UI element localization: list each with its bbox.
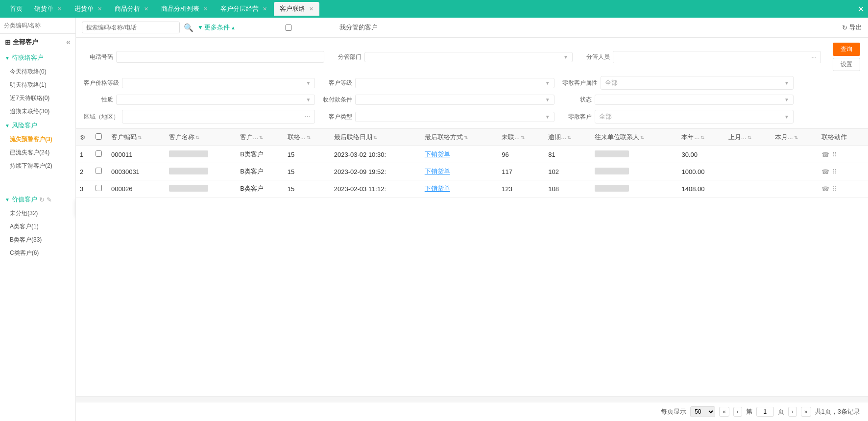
per-page-select[interactable]: 50 100 200 (690, 406, 715, 417)
zero-customer-select[interactable]: 全部 ▼ (595, 110, 794, 124)
sidebar-item-class-b[interactable]: B类客户(33) (0, 233, 75, 247)
person-select[interactable]: ··· (613, 51, 821, 63)
sidebar-search-input[interactable] (4, 22, 76, 29)
tab-purchase[interactable]: 进货单 ✕ (69, 2, 108, 16)
status-select[interactable]: ▼ (595, 95, 794, 105)
col-not-contacted[interactable]: 未联...⇅ (498, 129, 544, 146)
tab-product-analysis[interactable]: 商品分析 ✕ (109, 2, 154, 16)
close-tab-customer-contact[interactable]: ✕ (309, 6, 313, 12)
region-select[interactable]: ··· (122, 110, 315, 124)
contact-icon[interactable]: ☎ (821, 185, 829, 193)
row-check-0[interactable] (96, 150, 102, 157)
export-button[interactable]: ↻ 导出 (842, 23, 862, 32)
sidebar-group-pending[interactable]: ▼ 待联络客户 (0, 50, 75, 65)
phone-input[interactable] (116, 51, 324, 63)
col-last-way[interactable]: 最后联络方式⇅ (421, 129, 498, 146)
close-all-button[interactable]: ✕ (858, 4, 864, 14)
sidebar-item-churned[interactable]: 已流失客户(24) (0, 146, 75, 159)
more-action-icon[interactable]: ⠿ (832, 151, 837, 158)
price-grade-select[interactable]: ▼ (122, 78, 315, 88)
row-last-way[interactable]: 下销货单 (421, 146, 498, 163)
search-button[interactable]: 🔍 (184, 23, 193, 32)
close-tab-sales[interactable]: ✕ (57, 6, 62, 12)
tab-sales[interactable]: 销货单 ✕ (28, 2, 68, 16)
settings-button[interactable]: 设置 (833, 58, 860, 71)
sidebar-item-class-a[interactable]: A类客户(1) (0, 220, 75, 233)
sidebar-all-customers[interactable]: ⊞ 全部客户 « (0, 34, 75, 50)
col-last-date[interactable]: 最后联络日期⇅ (330, 129, 421, 146)
col-this-year[interactable]: 本年...⇅ (677, 129, 724, 146)
sidebar-item-class-c[interactable]: C类客户(6) (0, 247, 75, 260)
page-input[interactable] (756, 407, 774, 417)
row-actions[interactable]: ☎ ⠿ (818, 180, 868, 198)
row-last-way[interactable]: 下销货单 (421, 180, 498, 198)
search-input[interactable] (82, 22, 180, 33)
close-tab-customer-tier[interactable]: ✕ (263, 6, 267, 12)
page-next-btn[interactable]: › (788, 407, 797, 417)
my-customers-toggle[interactable]: 我分管的客户 (240, 23, 378, 32)
close-tab-purchase[interactable]: ✕ (97, 6, 102, 12)
row-check-1[interactable] (96, 168, 102, 174)
sidebar-item-today[interactable]: 今天待联络(0) (0, 65, 75, 78)
col-overdue[interactable]: 逾期...⇅ (544, 129, 591, 146)
contact-icon[interactable]: ☎ (821, 151, 829, 158)
payment-select[interactable]: ▼ (355, 95, 554, 105)
sort-yr-icon: ⇅ (700, 135, 704, 140)
type-select[interactable]: ▼ (355, 112, 554, 122)
refresh-icon[interactable]: ↻ (39, 196, 45, 203)
sidebar-item-declining[interactable]: 持续下滑客户(2) (0, 159, 75, 173)
grade-select[interactable]: ▼ (355, 78, 554, 88)
close-tab-product-analysis[interactable]: ✕ (144, 6, 148, 12)
gender-select[interactable]: ▼ (116, 95, 315, 105)
row-actions[interactable]: ☎ ⠿ (818, 146, 868, 163)
tab-customer-tier[interactable]: 客户分层经营 ✕ (215, 2, 273, 16)
row-checkbox[interactable] (92, 180, 107, 198)
contact-icon[interactable]: ☎ (821, 168, 829, 175)
caret-dept-icon: ▼ (563, 54, 568, 60)
zero-attr-select[interactable]: 全部 ▼ (601, 76, 794, 90)
col-code[interactable]: 客户编码⇅ (107, 129, 165, 146)
sidebar-item-7days[interactable]: 近7天待联络(0) (0, 92, 75, 105)
horizontal-scrollbar[interactable] (76, 396, 868, 402)
col-last-month[interactable]: 上月...⇅ (724, 129, 771, 146)
query-button[interactable]: 查询 (833, 43, 860, 56)
sidebar-group-risk[interactable]: ▼ 风险客户 (0, 118, 75, 133)
dots-person[interactable]: ··· (811, 53, 817, 61)
sidebar-collapse-icon[interactable]: « (66, 38, 71, 47)
page-prev-btn[interactable]: ‹ (733, 407, 742, 417)
page-first-btn[interactable]: « (719, 407, 729, 417)
col-type[interactable]: 客户...⇅ (236, 129, 283, 146)
sidebar-item-tomorrow[interactable]: 明天待联络(1) (0, 78, 75, 92)
sidebar-item-churn-warning[interactable]: 流失预警客户(3) (0, 133, 75, 146)
tab-customer-contact[interactable]: 客户联络 ✕ (274, 2, 319, 16)
select-all-checkbox[interactable] (96, 133, 102, 140)
edit-icon[interactable]: ✎ (47, 196, 52, 203)
col-settings[interactable]: ⚙ (76, 129, 92, 146)
col-action: 联络动作 (818, 129, 868, 146)
row-checkbox[interactable] (92, 163, 107, 180)
row-checkbox[interactable] (92, 146, 107, 163)
more-action-icon[interactable]: ⠿ (832, 168, 837, 175)
dept-select[interactable]: ▼ (364, 52, 573, 62)
col-contact-count[interactable]: 联络...⇅ (284, 129, 330, 146)
customer-table: ⚙ 客户编码⇅ 客户名称⇅ 客户...⇅ 联络...⇅ 最后联络日期⇅ 最后联络… (76, 129, 868, 198)
dots-region[interactable]: ··· (304, 112, 311, 121)
my-customers-checkbox[interactable] (240, 25, 338, 31)
col-name[interactable]: 客户名称⇅ (165, 129, 236, 146)
row-last-way[interactable]: 下销货单 (421, 163, 498, 180)
sidebar-group-value[interactable]: ▼ 价值客户 ↻ ✎ (0, 192, 75, 207)
tab-product-list[interactable]: 商品分析列表 ✕ (155, 2, 214, 16)
tab-home[interactable]: 首页 (4, 4, 28, 13)
row-check-2[interactable] (96, 185, 102, 191)
sidebar-item-overdue[interactable]: 逾期未联络(30) (0, 105, 75, 118)
close-tab-product-list[interactable]: ✕ (203, 6, 208, 12)
row-actions[interactable]: ☎ ⠿ (818, 163, 868, 180)
more-action-icon[interactable]: ⠿ (832, 185, 837, 193)
sidebar-item-ungrouped[interactable]: 未分组(32) (0, 207, 75, 220)
row-code: 00030031 (107, 163, 165, 180)
col-contact-person[interactable]: 往来单位联系人⇅ (591, 129, 677, 146)
page-last-btn[interactable]: » (801, 407, 811, 417)
filter-grade: 客户等级 ▼ (323, 78, 554, 88)
more-filter-button[interactable]: ▼ 更多条件 ▲ (197, 23, 236, 32)
col-this-month[interactable]: 本月...⇅ (771, 129, 818, 146)
